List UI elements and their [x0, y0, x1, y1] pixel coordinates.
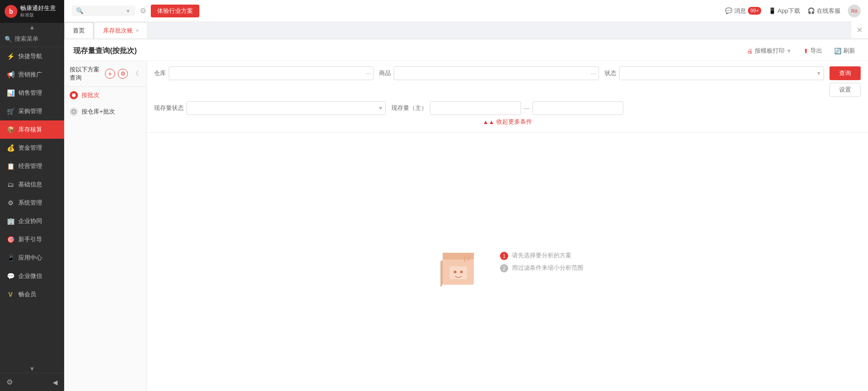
sidebar-item-label: 系统管理 [18, 199, 42, 207]
hint-2-number: 2 [500, 264, 508, 272]
sidebar-item-basic[interactable]: 🗂 基础信息 [0, 175, 64, 194]
sidebar-item-label: 库存核算 [18, 125, 42, 134]
finance-icon: 💰 [6, 144, 15, 152]
sidebar-item-purchase[interactable]: 🛒 采购管理 [0, 102, 64, 120]
sidebar-item-operation[interactable]: 📋 经营管理 [0, 157, 64, 175]
gear-icon: ⚙ [121, 71, 126, 77]
left-panel-collapse-btn[interactable]: 《 [131, 69, 141, 79]
left-panel: 按以下方案查询 + ⚙ 《 [64, 61, 147, 391]
query-btn[interactable]: 查询 [830, 66, 861, 80]
app-title-block: 畅康通好生意 标准版 [20, 5, 56, 19]
settings-icon[interactable]: ⚙ [6, 378, 13, 386]
search-icon: 🔍 [5, 36, 12, 43]
warehouse-dots[interactable]: ··· [366, 70, 371, 77]
message-icon: 💬 [725, 7, 732, 14]
scheme-item-by-warehouse-batch[interactable]: 按仓库+批次 [64, 103, 146, 120]
settings-btn[interactable]: 设置 [830, 83, 861, 97]
basic-icon: 🗂 [6, 180, 15, 189]
topbar-search-dropdown-icon[interactable]: ▼ [126, 8, 131, 14]
sidebar-item-enterprise[interactable]: 🏢 企业协同 [0, 212, 64, 230]
product-filter: 商品 ··· [379, 66, 599, 80]
hint-1-number: 1 [500, 252, 508, 260]
industry-btn[interactable]: 体验行业方案 [151, 5, 199, 17]
topbar-search-area[interactable]: 🔍 ▼ [71, 5, 135, 16]
scheme-item-by-batch[interactable]: 按批次 [64, 87, 146, 103]
tab-close-btn[interactable]: × [136, 27, 139, 34]
sidebar-item-wechat[interactable]: 💬 企业微信 [0, 267, 64, 285]
warehouse-filter: 仓库 ··· [154, 66, 374, 80]
scheme-settings-btn[interactable]: ⚙ [118, 69, 128, 79]
online-service-label: 在线客服 [817, 7, 841, 15]
scheme-icon-batch [70, 91, 78, 99]
topbar-gear-icon[interactable]: ⚙ [140, 6, 146, 15]
left-panel-header: 按以下方案查询 + ⚙ 《 [64, 61, 146, 87]
add-scheme-btn[interactable]: + [105, 69, 115, 79]
sidebar-item-finance[interactable]: 💰 资金管理 [0, 139, 64, 157]
online-service-action[interactable]: 🎧 在线客服 [808, 7, 841, 15]
close-panel-btn[interactable]: ✕ [851, 21, 868, 38]
topbar: 🔍 ▼ ⚙ 体验行业方案 💬 消息 99+ 📱 App下载 🎧 在线客服 Rit [64, 0, 868, 22]
status-label: 状态 [604, 69, 616, 77]
stock-qty-from-input[interactable] [430, 101, 521, 115]
sidebar-item-label: 资金管理 [18, 144, 42, 152]
status-select[interactable]: 全部 正常 禁用 [619, 66, 824, 80]
sidebar-scroll-up[interactable]: ▲ [0, 23, 64, 31]
tabbar: 首页 库存批次账 × ✕ [64, 22, 868, 39]
empty-hint-2: 2 用过滤条件来缩小分析范围 [500, 264, 583, 272]
sidebar-item-label: 应用中心 [18, 254, 42, 262]
sidebar-item-label: 经营管理 [18, 162, 42, 170]
product-input-wrap: ··· [394, 66, 599, 80]
export-btn[interactable]: ⬆ 导出 [800, 45, 826, 57]
sidebar-item-apps[interactable]: 📱 应用中心 [0, 249, 64, 267]
app-download-action[interactable]: 📱 App下载 [769, 7, 800, 15]
empty-hint-1: 1 请先选择要分析的方案 [500, 251, 583, 260]
sidebar-item-label: 企业微信 [18, 272, 42, 280]
filter-collapse-btn[interactable]: ▲▲ 收起更多条件 [154, 115, 861, 127]
add-icon: + [108, 70, 112, 77]
scheme-label-batch: 按批次 [82, 91, 99, 99]
refresh-btn[interactable]: 🔄 刷新 [830, 45, 859, 57]
content: 现存量查询(按批次) 🖨 按模板打印 ▼ ⬆ 导出 🔄 刷新 [64, 39, 868, 391]
content-body: 按以下方案查询 + ⚙ 《 [64, 61, 868, 391]
action-buttons: 查询 设置 [830, 66, 861, 97]
warehouse-input[interactable] [169, 66, 374, 80]
sidebar-item-label: 畅会员 [18, 290, 36, 299]
sidebar-item-sales[interactable]: 📊 销售管理 [0, 84, 64, 102]
filter-collapse-label: 收起更多条件 [496, 118, 532, 126]
collapse-sidebar-btn[interactable]: ◀ [53, 379, 58, 386]
sidebar-item-newbie[interactable]: 🎯 新手引导 [0, 230, 64, 249]
sidebar-item-inventory[interactable]: 📦 库存核算 [0, 120, 64, 139]
topbar-search-icon: 🔍 [76, 7, 83, 14]
purchase-icon: 🛒 [6, 107, 15, 115]
stock-qty-separator: — [524, 105, 530, 112]
sidebar-item-vip[interactable]: V 畅会员 [0, 285, 64, 304]
sidebar-search[interactable]: 🔍 搜索菜单 [0, 31, 64, 47]
sidebar-search-label: 搜索菜单 [15, 35, 38, 43]
product-input[interactable] [394, 66, 599, 80]
tab-inventory-batch[interactable]: 库存批次账 × [94, 22, 148, 38]
app-edition: 标准版 [20, 12, 56, 18]
print-btn[interactable]: 🖨 按模板打印 ▼ [743, 45, 795, 57]
user-avatar[interactable]: Rit [848, 5, 861, 17]
stock-status-select[interactable]: 全部 有库存 无库存 [187, 101, 386, 115]
product-dots[interactable]: ··· [591, 70, 596, 77]
stock-qty-to-input[interactable] [533, 101, 624, 115]
tab-home[interactable]: 首页 [64, 22, 93, 38]
right-panel: 仓库 ··· 商品 ··· [147, 61, 868, 391]
topbar-search-input[interactable] [86, 8, 123, 14]
inventory-icon: 📦 [6, 125, 15, 134]
stock-status-label: 现存量状态 [154, 104, 184, 112]
newbie-icon: 🎯 [6, 235, 15, 244]
sidebar-item-marketing[interactable]: 📢 营销推广 [0, 65, 64, 84]
stock-status-filter: 现存量状态 全部 有库存 无库存 ▼ [154, 101, 386, 115]
sidebar-scroll-down[interactable]: ▼ [0, 364, 64, 373]
empty-state: 1 请先选择要分析的方案 2 用过滤条件来缩小分析范围 [147, 133, 868, 391]
print-dropdown-icon[interactable]: ▼ [786, 48, 791, 54]
page-header-actions: 🖨 按模板打印 ▼ ⬆ 导出 🔄 刷新 [743, 45, 859, 57]
messages-action[interactable]: 💬 消息 99+ [725, 7, 761, 15]
sidebar-item-quicknav[interactable]: ⚡ 快捷导航 [0, 47, 64, 65]
scheme-icon-warehouse [70, 108, 78, 116]
page-header: 现存量查询(按批次) 🖨 按模板打印 ▼ ⬆ 导出 🔄 刷新 [64, 39, 868, 61]
app-name: 畅康通好生意 [20, 5, 56, 12]
sidebar-item-system[interactable]: ⚙ 系统管理 [0, 194, 64, 212]
